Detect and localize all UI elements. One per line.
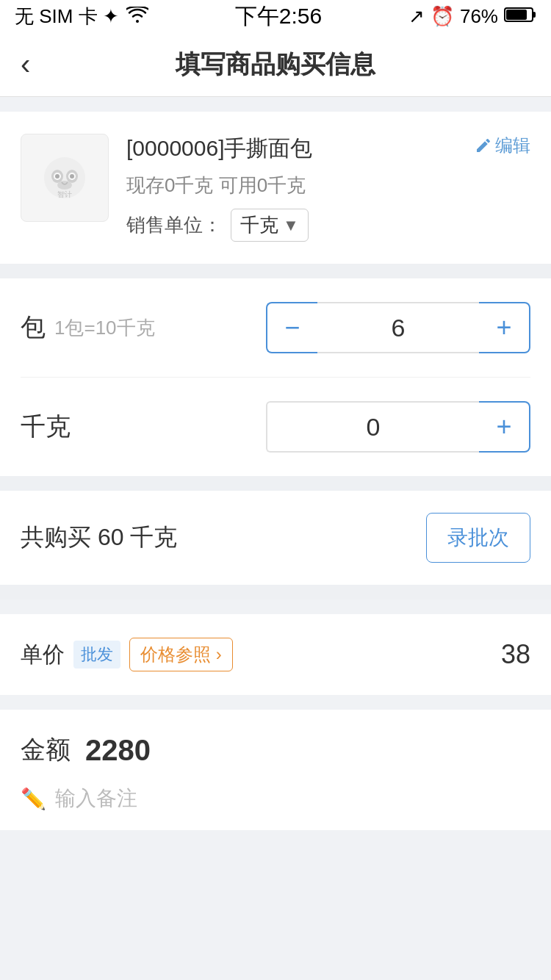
pencil-icon: ✏️ bbox=[21, 787, 46, 811]
status-left: 无 SIM 卡 ✦ bbox=[15, 4, 148, 29]
status-time: 下午2:56 bbox=[235, 1, 322, 32]
kg-label: 千克 bbox=[21, 410, 71, 444]
bao-label: 包 bbox=[21, 311, 46, 345]
svg-text:智计: 智计 bbox=[57, 190, 72, 198]
kg-input[interactable] bbox=[266, 401, 479, 453]
summary-section: 共购买 60 千克 录批次 bbox=[0, 491, 551, 585]
divider-1 bbox=[0, 264, 551, 278]
bao-minus-button[interactable]: − bbox=[266, 302, 317, 353]
edit-label: 编辑 bbox=[495, 134, 530, 157]
price-section: 单价 批发 价格参照 › 38 bbox=[0, 614, 551, 695]
price-left: 单价 批发 价格参照 › bbox=[21, 638, 233, 671]
summary-text: 共购买 60 千克 bbox=[21, 522, 177, 554]
page-title: 填写商品购买信息 bbox=[176, 48, 375, 82]
bao-controls: − + bbox=[266, 302, 530, 353]
product-image: 智计 bbox=[21, 134, 109, 222]
unit-dropdown[interactable]: 千克 ▼ bbox=[231, 209, 309, 242]
price-ref-button[interactable]: 价格参照 › bbox=[129, 638, 233, 671]
product-card: 智计 [0000006]手撕面包 现存0千克 可用0千克 销售单位： 千克 ▼ … bbox=[0, 112, 551, 264]
kg-controls: + bbox=[266, 401, 530, 453]
dropdown-arrow-icon: ▼ bbox=[283, 216, 299, 235]
price-label: 单价 bbox=[21, 640, 65, 670]
quantity-section: 包 1包=10千克 − + 千克 + bbox=[0, 278, 551, 476]
amount-section: 金额 2280 ✏️ 输入备注 bbox=[0, 710, 551, 830]
price-row: 单价 批发 价格参照 › 38 bbox=[21, 638, 530, 671]
amount-value: 2280 bbox=[85, 734, 151, 767]
bao-input[interactable] bbox=[317, 302, 479, 353]
unit-label: 销售单位： bbox=[126, 212, 222, 238]
product-info: [0000006]手撕面包 现存0千克 可用0千克 销售单位： 千克 ▼ bbox=[126, 134, 530, 242]
svg-point-8 bbox=[55, 174, 60, 179]
price-value: 38 bbox=[501, 639, 530, 670]
divider-2 bbox=[0, 476, 551, 491]
nav-bar: ‹ 填写商品购买信息 bbox=[0, 32, 551, 97]
note-placeholder: 输入备注 bbox=[55, 785, 137, 813]
product-name: [0000006]手撕面包 bbox=[126, 134, 530, 164]
divider-3 bbox=[0, 585, 551, 599]
bottom-spacer bbox=[0, 830, 551, 980]
svg-rect-2 bbox=[506, 10, 527, 20]
note-row[interactable]: ✏️ 输入备注 bbox=[21, 785, 530, 813]
price-tag: 批发 bbox=[73, 641, 120, 669]
product-stock: 现存0千克 可用0千克 bbox=[126, 173, 530, 198]
back-button[interactable]: ‹ bbox=[21, 48, 30, 81]
amount-label: 金额 bbox=[21, 733, 71, 767]
status-bar: 无 SIM 卡 ✦ 下午2:56 ↗ ⏰ 76% bbox=[0, 0, 551, 32]
unit-value: 千克 bbox=[240, 212, 278, 238]
svg-point-9 bbox=[70, 174, 74, 179]
batch-button[interactable]: 录批次 bbox=[426, 513, 530, 563]
bao-row: 包 1包=10千克 − + bbox=[21, 278, 530, 378]
location-icon: ↗ bbox=[408, 5, 425, 28]
battery-label: 76% bbox=[460, 5, 498, 28]
alarm-icon: ⏰ bbox=[431, 5, 454, 28]
edit-button[interactable]: 编辑 bbox=[475, 134, 530, 157]
kg-plus-button[interactable]: + bbox=[479, 401, 530, 453]
product-unit-row: 销售单位： 千克 ▼ bbox=[126, 209, 530, 242]
bao-sublabel: 1包=10千克 bbox=[54, 315, 155, 341]
wifi-icon bbox=[126, 5, 148, 28]
svg-rect-1 bbox=[533, 12, 536, 18]
kg-row: 千克 + bbox=[21, 378, 530, 476]
bao-plus-button[interactable]: + bbox=[479, 302, 530, 353]
status-right: ↗ ⏰ 76% bbox=[408, 5, 536, 28]
battery-icon bbox=[504, 5, 536, 28]
amount-row: 金额 2280 bbox=[21, 733, 530, 767]
sim-label: 无 SIM 卡 ✦ bbox=[15, 4, 119, 29]
